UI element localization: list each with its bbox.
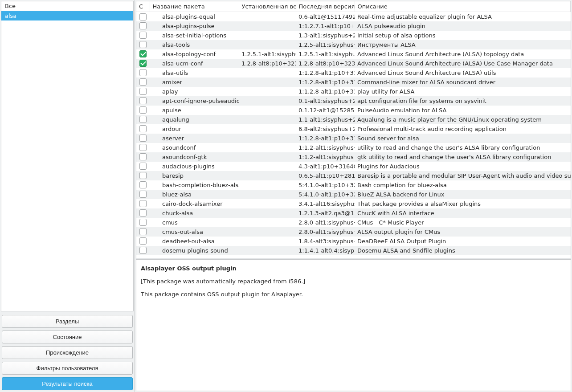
sidebar-list-header[interactable]: Все [1,1,133,11]
package-checkbox[interactable] [139,172,147,179]
package-checkbox[interactable] [139,200,147,207]
package-latest-version: 1.8.4-alt3:sisyphus+27 [296,237,355,246]
package-latest-version: 6.8-alt2:sisyphus+2773 [296,124,355,134]
package-installed-version [239,68,296,78]
table-row[interactable]: alsa-plugins-equal0.6-alt1@1511749281Rea… [136,12,571,21]
package-checkbox[interactable] [139,50,147,57]
package-checkbox[interactable] [139,78,147,86]
table-row[interactable]: alsa-tools1.2.5-alt1:sisyphus+27Инструме… [136,40,571,49]
package-checkbox[interactable] [139,209,147,216]
package-name: aserver [150,134,239,143]
package-checkbox[interactable] [139,22,147,29]
package-checkbox[interactable] [139,97,147,104]
package-checkbox[interactable] [139,228,147,235]
sidebar-button[interactable]: Разделы [2,315,133,328]
table-row[interactable]: cairo-dock-alsamixer3.4.1-alt16:sisyphus… [136,199,571,208]
col-header-installed[interactable]: Установленная верс [239,1,296,12]
package-name: deadbeef-out-alsa [150,237,239,246]
package-checkbox[interactable] [139,125,147,132]
package-installed-version [239,162,296,171]
package-name: apulse [150,106,239,115]
package-table-wrap[interactable]: С Название пакета Установленная верс Пос… [136,1,571,258]
table-row[interactable]: cmus2.8.0-alt1:sisyphus+24CMus - C* Musi… [136,218,571,227]
package-name: alsa-set-initial-options [150,31,239,40]
package-checkbox[interactable] [139,41,147,48]
package-description: That package provides a alsaMixer plugin… [355,199,571,208]
package-checkbox[interactable] [139,135,147,142]
sidebar-button[interactable]: Результаты поиска [2,377,133,390]
package-checkbox[interactable] [139,116,147,123]
detail-line-1: [This package was automatically repackag… [141,278,566,285]
table-row[interactable]: alsa-topology-conf1.2.5.1-alt1:sisyphus+… [136,49,571,59]
table-row[interactable]: cmus-out-alsa2.8.0-alt1:sisyphus+24ALSA … [136,227,571,237]
table-row[interactable]: asoundconf1:1.2-alt1:sisyphus+24utility … [136,143,571,152]
detail-line-2: This package contains OSS output plugin … [141,291,566,298]
table-row[interactable]: aplay1:1.2.8-alt1:p10+31079play utility … [136,87,571,96]
package-checkbox[interactable] [139,163,147,170]
table-row[interactable]: chuck-alsa1.2.1.3-alt2.qa3@1366ChucK wit… [136,208,571,218]
package-latest-version: 1:1.2.7.1-alt1:p10+310 [296,21,355,31]
package-checkbox[interactable] [139,13,147,20]
table-row[interactable]: asoundconf-gtk1:1.2-alt1:sisyphus+24gtk … [136,152,571,162]
package-installed-version [239,87,296,96]
table-row[interactable]: aqualung1.1-alt1:sisyphus+2676Aqualung i… [136,115,571,124]
package-description: BlueZ ALSA backend for Linux [355,190,571,199]
table-row[interactable]: apt-conf-ignore-pulseaudio0.1-alt1:sisyp… [136,96,571,106]
package-latest-version: 0.6.5-alt1:p10+281644 [296,171,355,180]
table-row[interactable]: bash-completion-bluez-alsa5:4.1.0-alt1:p… [136,180,571,190]
sidebar: Все alsa РазделыСостояниеПроисхождениеФи… [0,0,135,392]
table-row[interactable]: deadbeef-out-alsa1.8.4-alt3:sisyphus+27D… [136,237,571,246]
table-row[interactable]: alsa-set-initial-options1.3-alt1:sisyphu… [136,31,571,40]
package-description: ALSA output plugin for CMus [355,227,571,237]
table-row[interactable]: aserver1:1.2.8-alt1:p10+31079Sound serve… [136,134,571,143]
package-checkbox[interactable] [139,144,147,151]
package-latest-version: 1.2.5-alt1:sisyphus+27 [296,40,355,49]
package-description: Advanced Linux Sound Architecture (ALSA)… [355,68,571,78]
package-name: amixer [150,78,239,87]
package-checkbox[interactable] [139,88,147,95]
table-row[interactable]: bluez-alsa5:4.1.0-alt1:p10+32259BlueZ AL… [136,190,571,199]
package-checkbox[interactable] [139,32,147,39]
package-checkbox[interactable] [139,219,147,226]
package-description: ALSA pulseaudio plugin [355,21,571,31]
package-checkbox[interactable] [139,237,147,245]
package-latest-version: 2.8.0-alt1:sisyphus+24 [296,227,355,237]
package-name: alsa-utils [150,68,239,78]
table-row[interactable]: audacious-plugins4.3-alt1:p10+316400.2Pl… [136,162,571,171]
table-row[interactable]: alsa-utils1:1.2.8-alt1:p10+31079Advanced… [136,68,571,78]
package-checkbox[interactable] [139,191,147,198]
col-header-desc[interactable]: Описание [355,1,571,12]
package-installed-version [239,106,296,115]
col-header-check[interactable]: С [136,1,150,12]
package-checkbox[interactable] [139,69,147,76]
package-latest-version: 4.3-alt1:p10+316400.2 [296,162,355,171]
sidebar-button[interactable]: Фильтры пользователя [2,362,133,375]
package-installed-version: 1.2.5.1-alt1:sisyphus+2 [239,49,296,59]
package-checkbox[interactable] [139,153,147,160]
sidebar-button[interactable]: Происхождение [2,346,133,359]
table-row[interactable]: baresip0.6.5-alt1:p10+281644Baresip is a… [136,171,571,180]
sidebar-button[interactable]: Состояние [2,331,133,343]
package-checkbox[interactable] [139,247,147,254]
col-header-latest[interactable]: Последняя версия [296,1,355,12]
package-name: aqualung [150,115,239,124]
sidebar-item[interactable]: alsa [1,11,133,20]
table-row[interactable]: alsa-plugins-pulse1:1.2.7.1-alt1:p10+310… [136,21,571,31]
package-checkbox[interactable] [139,181,147,188]
package-latest-version: 1.2.1.3-alt2.qa3@1366 [296,208,355,218]
package-latest-version: 3.4.1-alt16:sisyphus+2 [296,199,355,208]
package-description: Advanced Linux Sound Architecture (ALSA)… [355,59,571,68]
package-checkbox[interactable] [139,106,147,114]
table-row[interactable]: apulse0.1.12-alt1@15285669PulseAudio emu… [136,106,571,115]
package-latest-version: 1.3-alt1:sisyphus+2769 [296,31,355,40]
table-row[interactable]: ardour6.8-alt2:sisyphus+2773Professional… [136,124,571,134]
col-header-name[interactable]: Название пакета [150,1,239,12]
package-installed-version [239,171,296,180]
table-row[interactable]: alsa-ucm-conf1.2.8-alt8:p10+3235181.2.8-… [136,59,571,68]
package-installed-version [239,96,296,106]
package-installed-version [239,208,296,218]
package-table: С Название пакета Установленная верс Пос… [136,1,571,255]
table-row[interactable]: amixer1:1.2.8-alt1:p10+31079Command-line… [136,78,571,87]
package-checkbox[interactable] [139,60,147,67]
table-row[interactable]: dosemu-plugins-sound1:1.4.1-alt0.4:sisyp… [136,246,571,255]
